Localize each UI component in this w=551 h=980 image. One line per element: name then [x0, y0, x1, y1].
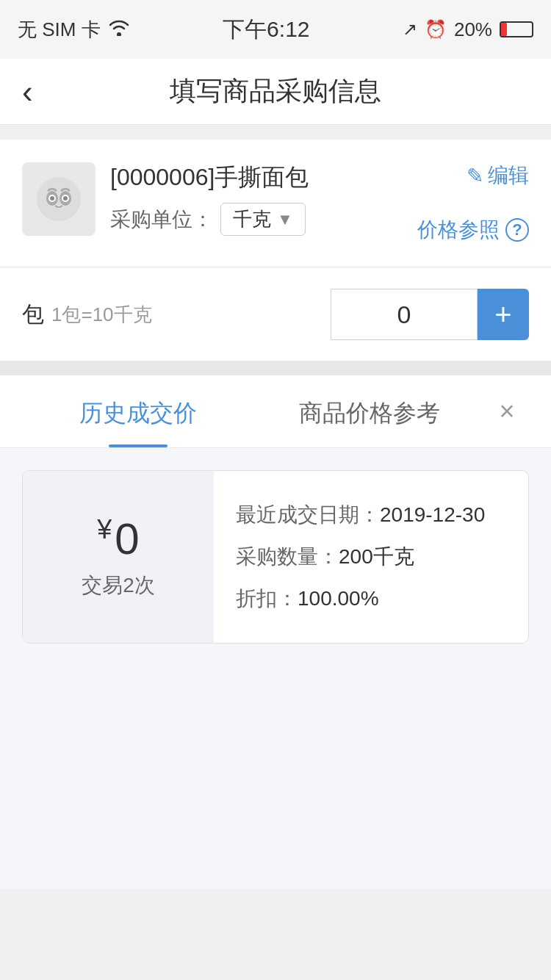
tab-close-button[interactable]: × — [485, 389, 529, 433]
price-left-panel: ¥0 交易2次 — [23, 471, 214, 643]
purchase-qty-value: 200千克 — [339, 545, 414, 568]
wifi-icon — [108, 18, 130, 41]
discount-value: 100.00% — [298, 587, 379, 610]
price-trades: 交易2次 — [82, 572, 155, 599]
quantity-unit-info: 包 1包=10千克 — [22, 300, 152, 330]
unit-label: 采购单位： — [110, 206, 213, 234]
section-divider — [0, 361, 551, 375]
product-left: [0000006]手撕面包 采购单位： 千克 ▼ — [22, 162, 309, 236]
price-ref-label: 价格参照 — [417, 216, 500, 244]
tab-history-price[interactable]: 历史成交价 — [22, 375, 253, 447]
currency-symbol: ¥ — [97, 514, 112, 544]
quantity-controls: + — [331, 289, 529, 340]
battery-percent: 20% — [454, 18, 492, 41]
tabs-bar: 历史成交价 商品价格参考 × — [0, 375, 551, 448]
help-icon: ? — [505, 218, 529, 242]
discount-label: 折扣： — [236, 587, 298, 610]
edit-icon: ✎ — [467, 164, 483, 188]
content-area: ¥0 交易2次 最近成交日期：2019-12-30 采购数量：200千克 折扣：… — [0, 448, 551, 889]
quantity-sub-info: 1包=10千克 — [51, 302, 152, 328]
alarm-icon: ⏰ — [425, 19, 447, 40]
discount-row: 折扣：100.00% — [236, 584, 506, 613]
price-reference-button[interactable]: 价格参照 ? — [417, 216, 529, 244]
purchase-qty-row: 采购数量：200千克 — [236, 542, 506, 571]
edit-label: 编辑 — [488, 162, 529, 190]
price-value: 0 — [115, 514, 139, 563]
recent-date-value: 2019-12-30 — [380, 503, 485, 526]
quantity-plus-button[interactable]: + — [478, 289, 529, 340]
product-info: [0000006]手撕面包 采购单位： 千克 ▼ — [110, 162, 309, 236]
unit-select[interactable]: 千克 ▼ — [220, 203, 306, 236]
edit-button[interactable]: ✎ 编辑 — [467, 162, 529, 190]
carrier-text: 无 SIM 卡 — [18, 17, 101, 43]
quantity-unit-badge: 包 — [22, 300, 44, 330]
price-right-panel: 最近成交日期：2019-12-30 采购数量：200千克 折扣：100.00% — [214, 471, 528, 643]
product-unit-row: 采购单位： 千克 ▼ — [110, 203, 309, 236]
purchase-qty-label: 采购数量： — [236, 545, 339, 568]
back-button[interactable]: ‹ — [22, 76, 33, 108]
quantity-row: 包 1包=10千克 + — [0, 267, 551, 361]
product-card: [0000006]手撕面包 采购单位： 千克 ▼ ✎ 编辑 价格参照 ? — [0, 140, 551, 266]
status-time: 下午6:12 — [223, 15, 309, 45]
svg-point-6 — [63, 196, 68, 201]
location-icon: ↗ — [403, 19, 417, 40]
status-right: ↗ ⏰ 20% — [403, 18, 533, 41]
product-name: [0000006]手撕面包 — [110, 162, 309, 194]
recent-date-row: 最近成交日期：2019-12-30 — [236, 500, 506, 529]
nav-bar: ‹ 填写商品采购信息 — [0, 59, 551, 125]
unit-value: 千克 — [233, 206, 271, 232]
chevron-down-icon: ▼ — [277, 210, 293, 229]
tab-price-reference[interactable]: 商品价格参考 — [253, 375, 485, 447]
status-bar: 无 SIM 卡 下午6:12 ↗ ⏰ 20% — [0, 0, 551, 59]
product-thumbnail — [22, 162, 96, 236]
status-left: 无 SIM 卡 — [18, 17, 130, 43]
svg-point-0 — [37, 177, 81, 221]
price-amount: ¥0 — [97, 514, 139, 564]
battery-icon — [500, 21, 533, 37]
svg-point-5 — [50, 196, 54, 201]
price-card: ¥0 交易2次 最近成交日期：2019-12-30 采购数量：200千克 折扣：… — [22, 470, 529, 644]
page-title: 填写商品采购信息 — [170, 73, 381, 109]
recent-date-label: 最近成交日期： — [236, 503, 380, 526]
quantity-input[interactable] — [331, 289, 478, 340]
